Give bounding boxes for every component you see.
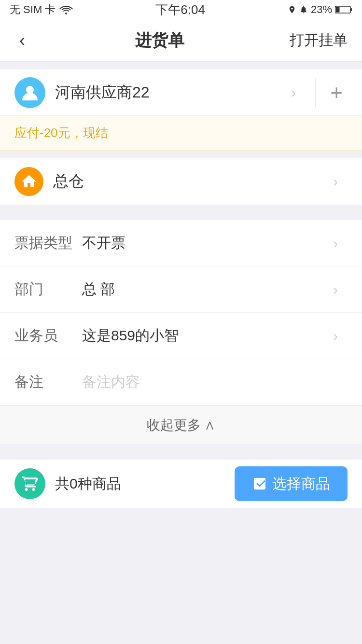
invoice-type-row[interactable]: 票据类型 不开票 ›	[0, 220, 362, 266]
supplier-avatar	[14, 77, 45, 108]
remark-label: 备注	[14, 372, 82, 392]
bottom-bar: 共0种商品 选择商品	[0, 460, 362, 508]
status-time: 下午6:04	[155, 1, 205, 18]
salesman-value: 这是859的小智	[82, 326, 333, 346]
signal-text: 无 SIM 卡	[10, 2, 56, 17]
warehouse-section: 总仓 ›	[0, 158, 362, 205]
collapse-row[interactable]: 收起更多 ∧	[0, 406, 362, 444]
wifi-icon	[59, 5, 73, 14]
select-product-button[interactable]: 选择商品	[235, 466, 348, 501]
warehouse-chevron-icon: ›	[333, 173, 338, 190]
product-count: 共0种商品	[55, 474, 235, 494]
alarm-icon	[299, 5, 308, 14]
warehouse-row[interactable]: 总仓 ›	[0, 158, 362, 205]
salesman-chevron-icon: ›	[333, 328, 338, 344]
department-chevron-icon: ›	[333, 281, 338, 298]
supplier-row[interactable]: 河南供应商22 › +	[0, 70, 362, 116]
add-supplier-button[interactable]: +	[325, 81, 348, 105]
invoice-value: 不开票	[82, 233, 333, 253]
person-icon	[20, 83, 40, 102]
battery-icon	[335, 5, 352, 14]
svg-rect-2	[350, 8, 352, 11]
gap-1	[0, 62, 362, 70]
department-value: 总 部	[82, 280, 333, 299]
page-background	[0, 508, 362, 644]
warehouse-name: 总仓	[53, 171, 333, 192]
status-bar: 无 SIM 卡 下午6:04 23%	[0, 0, 362, 19]
invoice-chevron-icon: ›	[333, 235, 338, 252]
back-button[interactable]: ‹	[14, 26, 30, 56]
notice-text: 应付-20元，现结	[14, 126, 108, 140]
location-icon	[288, 5, 296, 14]
supplier-chevron-icon: ›	[291, 84, 296, 101]
gap-2	[0, 151, 362, 158]
salesman-label: 业务员	[14, 326, 82, 346]
status-left: 无 SIM 卡	[10, 2, 73, 17]
svg-point-4	[26, 86, 34, 94]
nav-bar: ‹ 进货单 打开挂单	[0, 19, 362, 62]
battery-text: 23%	[311, 3, 332, 16]
gap-3	[0, 205, 362, 212]
select-product-label: 选择商品	[272, 474, 330, 494]
svg-rect-3	[336, 7, 340, 13]
warehouse-icon	[20, 173, 38, 190]
collapse-label: 收起更多 ∧	[147, 416, 216, 434]
select-product-icon	[252, 476, 267, 491]
page-title: 进货单	[135, 29, 184, 52]
cart-icon	[21, 475, 39, 492]
status-right: 23%	[288, 3, 352, 16]
gap-4	[0, 444, 362, 452]
invoice-label: 票据类型	[14, 233, 82, 253]
divider	[315, 78, 316, 107]
supplier-name: 河南供应商22	[55, 82, 291, 103]
department-label: 部门	[14, 280, 82, 299]
salesman-row[interactable]: 业务员 这是859的小智 ›	[0, 313, 362, 359]
remark-input[interactable]: 备注内容	[82, 372, 348, 392]
form-section: 票据类型 不开票 › 部门 总 部 › 业务员 这是859的小智 › 备注 备注…	[0, 220, 362, 444]
svg-point-0	[65, 13, 67, 14]
open-pending-button[interactable]: 打开挂单	[290, 30, 348, 50]
warehouse-icon-wrap	[14, 167, 43, 196]
supplier-section: 河南供应商22 › + 应付-20元，现结	[0, 70, 362, 151]
remark-row[interactable]: 备注 备注内容	[0, 359, 362, 406]
notice-banner: 应付-20元，现结	[0, 116, 362, 151]
department-row[interactable]: 部门 总 部 ›	[0, 266, 362, 313]
product-icon-wrap	[14, 468, 45, 499]
